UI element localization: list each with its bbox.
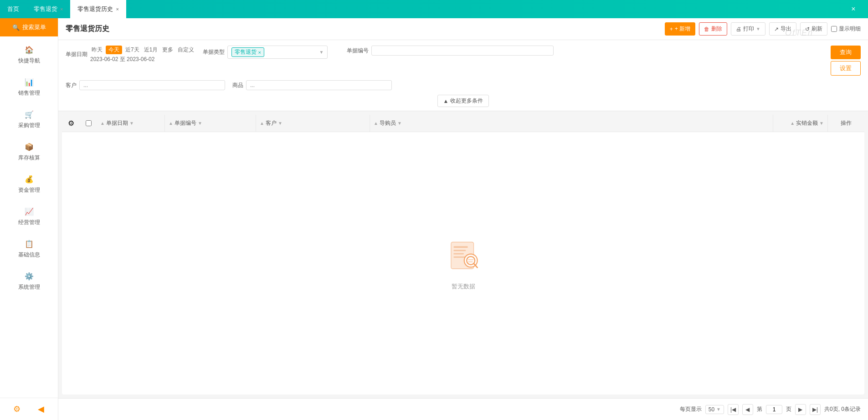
sidebar-item-operation[interactable]: 📈 经营管理 <box>2 200 56 232</box>
sidebar-item-basic[interactable]: 📋 基础信息 <box>2 233 56 264</box>
tab-retail-return-close[interactable]: × <box>60 6 63 12</box>
tab-retail-return-history-close[interactable]: × <box>116 6 118 12</box>
sort-icon-amount-up: ▲ <box>790 121 795 126</box>
page-next-button[interactable]: ▶ <box>795 404 806 415</box>
date-more[interactable]: 更多 <box>161 46 175 54</box>
sort-icon-customer-up: ▲ <box>260 121 264 126</box>
print-icon: 🖨 <box>736 26 741 32</box>
sidebar-bottom: ⚙ ◀ <box>0 398 58 420</box>
table-select-all[interactable] <box>80 120 97 126</box>
empty-text: 暂无数据 <box>452 282 475 291</box>
new-button[interactable]: + + 新增 <box>665 22 695 36</box>
sidebar-item-sales[interactable]: 📊 销售管理 <box>2 71 56 102</box>
date-custom[interactable]: 自定义 <box>176 46 195 54</box>
th-guide[interactable]: ▲ 导购员 ▼ <box>370 115 773 132</box>
date-today[interactable]: 今天 <box>106 46 122 54</box>
sidebar-item-finance[interactable]: 💰 资金管理 <box>2 168 56 200</box>
date-yesterday[interactable]: 昨天 <box>90 46 104 54</box>
th-amount[interactable]: ▲ 实销金额 ▼ <box>773 115 828 132</box>
refresh-button[interactable]: ↺ 刷新 <box>800 22 827 36</box>
svg-rect-1 <box>453 246 468 248</box>
th-no[interactable]: ▲ 单据编号 ▼ <box>165 115 256 132</box>
print-dropdown-icon: ▼ <box>756 26 760 31</box>
voucher-type-label: 单据类型 <box>203 48 225 56</box>
display-detail-input[interactable] <box>831 26 837 32</box>
sidebar-item-operation-label: 经营管理 <box>18 219 40 226</box>
total-label: 共0页, 0条记录 <box>824 405 861 413</box>
chapter-label: 第 <box>757 405 762 413</box>
sidebar-search[interactable]: 🔍 搜索菜单 <box>0 18 58 36</box>
date-filter-label: 单据日期 <box>66 51 87 58</box>
voucher-no-input[interactable] <box>371 46 554 56</box>
filter-panel: 单据日期 昨天 今天 近7天 近1月 更多 自定义 2023-06-02 至 2… <box>58 40 868 111</box>
page-size-select[interactable]: 50 ▼ <box>705 405 724 414</box>
inventory-icon: 📦 <box>24 141 35 152</box>
delete-label: 删除 <box>711 25 722 33</box>
page-size-dropdown-icon: ▼ <box>716 407 721 412</box>
collapse-label: 收起更多条件 <box>450 97 483 105</box>
voucher-type-select[interactable]: 零售退货 × ▼ <box>227 46 328 59</box>
th-ops-label: 操作 <box>841 119 852 127</box>
page-last-button[interactable]: ▶| <box>810 404 821 415</box>
tab-retail-return-history[interactable]: 零售退货历史 × <box>70 0 126 18</box>
query-button[interactable]: 查询 <box>831 46 861 59</box>
operation-icon: 📈 <box>24 206 35 217</box>
th-no-label: 单据编号 <box>175 119 196 127</box>
print-button[interactable]: 🖨 打印 ▼ <box>731 22 765 36</box>
print-label: 打印 <box>743 25 754 33</box>
top-bar: 首页 零售退货 × 零售退货历史 × OfTEn × <box>0 0 868 18</box>
sort-icon-guide-down: ▼ <box>397 121 402 126</box>
sidebar-menu: 🏠 快捷导航 📊 销售管理 🛒 采购管理 📦 库存核算 💰 资金管理 📈 <box>0 36 58 398</box>
sidebar-item-inventory[interactable]: 📦 库存核算 <box>2 136 56 167</box>
delete-button[interactable]: 🗑 删除 <box>699 22 727 36</box>
date-filter: 单据日期 昨天 今天 近7天 近1月 更多 自定义 2023-06-02 至 2… <box>66 46 195 63</box>
export-button[interactable]: ↗ 导出 <box>769 22 796 36</box>
voucher-no-filter: 单据编号 <box>347 46 823 56</box>
sort-icon-no-up: ▲ <box>169 121 173 126</box>
page-size-value: 50 <box>709 406 714 413</box>
page-prev-button[interactable]: ◀ <box>742 404 753 415</box>
page-label: 页 <box>786 405 791 413</box>
tab-retail-return[interactable]: 零售退货 × <box>26 0 70 18</box>
tab-home[interactable]: 首页 <box>0 0 26 18</box>
new-label: + 新增 <box>675 25 690 33</box>
main-layout: 🔍 搜索菜单 🏠 快捷导航 📊 销售管理 🛒 采购管理 📦 库存核算 💰 <box>0 18 868 420</box>
new-icon: + <box>670 26 673 32</box>
date-1month[interactable]: 近1月 <box>143 46 159 54</box>
sidebar-collapse-icon[interactable]: ◀ <box>35 403 47 415</box>
page-number-input[interactable] <box>766 405 782 414</box>
sidebar-item-purchase[interactable]: 🛒 采购管理 <box>2 103 56 135</box>
sidebar-item-system-label: 系统管理 <box>18 283 40 291</box>
system-icon: ⚙️ <box>24 271 35 282</box>
display-detail-checkbox[interactable]: 显示明细 <box>831 25 861 33</box>
select-all-checkbox[interactable] <box>86 120 92 126</box>
th-ops: 操作 <box>828 115 864 132</box>
sidebar-settings-icon[interactable]: ⚙ <box>10 403 23 415</box>
date-range-value: 2023-06-02 至 2023-06-02 <box>90 56 195 63</box>
search-icon: 🔍 <box>12 24 20 31</box>
svg-rect-3 <box>453 253 464 255</box>
sidebar-item-quick-nav[interactable]: 🏠 快捷导航 <box>2 39 56 70</box>
customer-input[interactable] <box>79 80 225 90</box>
topbar-right: OfTEn × <box>846 2 868 16</box>
voucher-type-tag-close[interactable]: × <box>258 50 261 55</box>
export-icon: ↗ <box>774 26 779 32</box>
th-guide-label: 导购员 <box>380 119 396 127</box>
purchase-icon: 🛒 <box>24 109 35 120</box>
window-close-button[interactable]: × <box>846 2 861 16</box>
setting-button[interactable]: 设置 <box>831 61 861 76</box>
settings-gear-icon[interactable]: ⚙ <box>68 119 74 128</box>
collapse-button[interactable]: ▲ 收起更多条件 <box>437 95 489 107</box>
sort-icon-date-up: ▲ <box>100 121 105 126</box>
sidebar-search-label: 搜索菜单 <box>22 23 46 31</box>
product-input[interactable] <box>246 80 392 90</box>
th-customer[interactable]: ▲ 客户 ▼ <box>256 115 370 132</box>
sidebar-item-system[interactable]: ⚙️ 系统管理 <box>2 265 56 297</box>
th-date[interactable]: ▲ 单据日期 ▼ <box>97 115 165 132</box>
page-first-button[interactable]: |◀ <box>728 404 739 415</box>
tab-retail-return-history-label: 零售退货历史 <box>77 5 113 13</box>
table-settings[interactable]: ⚙ <box>62 119 80 128</box>
sort-icon-customer-down: ▼ <box>278 121 282 126</box>
sidebar-item-finance-label: 资金管理 <box>18 186 40 194</box>
date-7days[interactable]: 近7天 <box>124 46 141 54</box>
